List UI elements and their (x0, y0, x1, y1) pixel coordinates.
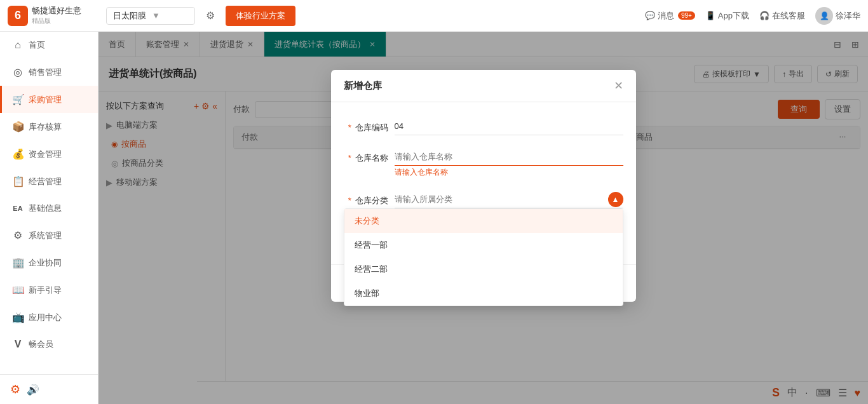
app-download-item[interactable]: 📱 App下载 (705, 10, 749, 22)
sidebar-item-system[interactable]: ⚙ 系统管理 (0, 222, 98, 249)
category-required-star: * (348, 196, 351, 205)
app-download-label: App下载 (718, 10, 749, 22)
sidebar-item-purchase[interactable]: 🛒 采购管理 (0, 86, 98, 113)
settings-bottom-icon[interactable]: ⚙ (10, 382, 20, 396)
name-required-star: * (348, 153, 351, 163)
category-label: * 仓库分类 (344, 191, 388, 206)
modal-title: 新增仓库 (344, 80, 382, 92)
store-chevron-icon: ▼ (152, 11, 188, 20)
name-input[interactable] (395, 148, 623, 166)
sidebar-item-member[interactable]: V 畅会员 (0, 331, 98, 358)
headset-icon: 🎧 (759, 11, 770, 20)
system-icon: ⚙ (12, 229, 24, 241)
top-right: 💬 消息 99+ 📱 App下载 🎧 在线客服 👤 徐泽华 (645, 7, 860, 25)
modal-overlay: 新增仓库 ✕ * 仓库编码 * (98, 32, 868, 404)
sidebar-item-enterprise[interactable]: 🏢 企业协同 (0, 249, 98, 276)
sidebar-item-finance[interactable]: 💰 资金管理 (0, 140, 98, 168)
home-icon: ⌂ (12, 39, 24, 51)
category-dropdown: 未分类 经营一部 经营二部 物业部 (344, 208, 623, 306)
username: 徐泽华 (836, 10, 860, 22)
phone-icon: 📱 (705, 11, 715, 20)
sales-icon: ◎ (12, 66, 24, 78)
code-input[interactable] (395, 118, 623, 135)
form-row-name: * 仓库名称 请输入仓库名称 (344, 148, 623, 178)
sidebar-item-apps[interactable]: 📺 应用中心 (0, 304, 98, 331)
name-error-msg: 请输入仓库名称 (395, 167, 623, 178)
basic-info-icon: EA (12, 205, 24, 212)
inventory-icon: 📦 (12, 121, 24, 133)
sidebar-label-finance: 资金管理 (29, 149, 62, 160)
code-label: * 仓库编码 (344, 118, 388, 133)
store-name: 日太阳膜 (113, 10, 149, 22)
sidebar: ⌂ 首页 ◎ 销售管理 🛒 采购管理 📦 库存核算 💰 资金管理 📋 经营管理 … (0, 32, 98, 404)
volume-icon[interactable]: 🔊 (27, 384, 39, 396)
form-row-category: * 仓库分类 ▲ 未分类 经营一部 经营二部 物业部 (344, 191, 623, 208)
sidebar-item-basic-info[interactable]: EA 基础信息 (0, 195, 98, 222)
modal-body: * 仓库编码 * 仓库名称 请输入仓库名称 (331, 102, 636, 264)
sidebar-item-operations[interactable]: 📋 经营管理 (0, 168, 98, 195)
avatar: 👤 (815, 7, 833, 25)
member-icon: V (12, 339, 24, 350)
logo-icon: 6 (8, 6, 28, 26)
logo-line1: 畅捷通好生意 (32, 6, 81, 17)
sidebar-label-home: 首页 (29, 39, 45, 51)
category-input[interactable] (395, 191, 623, 208)
user-item[interactable]: 👤 徐泽华 (815, 7, 860, 25)
sidebar-label-enterprise: 企业协同 (29, 257, 62, 269)
online-service-item[interactable]: 🎧 在线客服 (759, 10, 805, 22)
gear-button[interactable]: ⚙ (200, 6, 220, 26)
sidebar-item-inventory[interactable]: 📦 库存核算 (0, 113, 98, 140)
dropdown-item-unclassified[interactable]: 未分类 (344, 209, 623, 233)
name-label: * 仓库名称 (344, 148, 388, 164)
notification-label: 消息 (658, 10, 674, 22)
dropdown-item-dept2[interactable]: 经营二部 (344, 257, 623, 281)
modal-new-warehouse: 新增仓库 ✕ * 仓库编码 * (331, 70, 636, 302)
category-arrow-button[interactable]: ▲ (608, 192, 623, 207)
dropdown-item-dept1[interactable]: 经营一部 (344, 233, 623, 257)
notification-item[interactable]: 💬 消息 99+ (645, 10, 695, 22)
message-icon: 💬 (645, 11, 655, 20)
operations-icon: 📋 (12, 175, 24, 187)
sidebar-label-sales: 销售管理 (29, 67, 62, 78)
content-area: 首页 账套管理 ✕ 进货退货 ✕ 进货单统计表（按商品） ✕ ⊟ ⊞ 进货单统计… (98, 32, 868, 404)
form-row-code: * 仓库编码 (344, 118, 623, 135)
required-star: * (348, 123, 351, 132)
logo-area: 6 畅捷通好生意 精品版 (8, 6, 106, 26)
sidebar-label-purchase: 采购管理 (29, 94, 62, 105)
top-bar: 6 畅捷通好生意 精品版 日太阳膜 ▼ ⚙ 体验行业方案 💬 消息 99+ 📱 … (0, 0, 868, 32)
sidebar-label-basic-info: 基础信息 (29, 203, 62, 214)
purchase-icon: 🛒 (12, 93, 24, 105)
logo-line2: 精品版 (32, 17, 81, 25)
store-selector[interactable]: 日太阳膜 ▼ (106, 7, 195, 25)
sidebar-label-apps: 应用中心 (29, 312, 62, 323)
finance-icon: 💰 (12, 148, 24, 160)
notification-badge: 99+ (678, 11, 695, 20)
name-input-box: 请输入仓库名称 (395, 148, 623, 178)
main-layout: ⌂ 首页 ◎ 销售管理 🛒 采购管理 📦 库存核算 💰 资金管理 📋 经营管理 … (0, 32, 868, 404)
sidebar-label-system: 系统管理 (29, 230, 62, 241)
sidebar-item-home[interactable]: ⌂ 首页 (0, 32, 98, 58)
trial-button[interactable]: 体验行业方案 (226, 6, 295, 26)
sidebar-item-guide[interactable]: 📖 新手引导 (0, 276, 98, 304)
logo-text-area: 畅捷通好生意 精品版 (32, 6, 81, 25)
dropdown-item-property[interactable]: 物业部 (344, 281, 623, 306)
sidebar-item-sales[interactable]: ◎ 销售管理 (0, 58, 98, 86)
sidebar-label-guide: 新手引导 (29, 285, 62, 296)
enterprise-icon: 🏢 (12, 257, 24, 269)
sidebar-label-operations: 经营管理 (29, 176, 62, 187)
sidebar-label-member: 畅会员 (29, 339, 53, 350)
guide-icon: 📖 (12, 284, 24, 296)
category-select-wrapper: ▲ 未分类 经营一部 经营二部 物业部 (395, 191, 623, 208)
modal-close-button[interactable]: ✕ (614, 79, 623, 93)
sidebar-label-inventory: 库存核算 (29, 121, 62, 133)
online-service-label: 在线客服 (772, 10, 805, 22)
modal-header: 新增仓库 ✕ (331, 70, 636, 102)
apps-icon: 📺 (12, 311, 24, 323)
